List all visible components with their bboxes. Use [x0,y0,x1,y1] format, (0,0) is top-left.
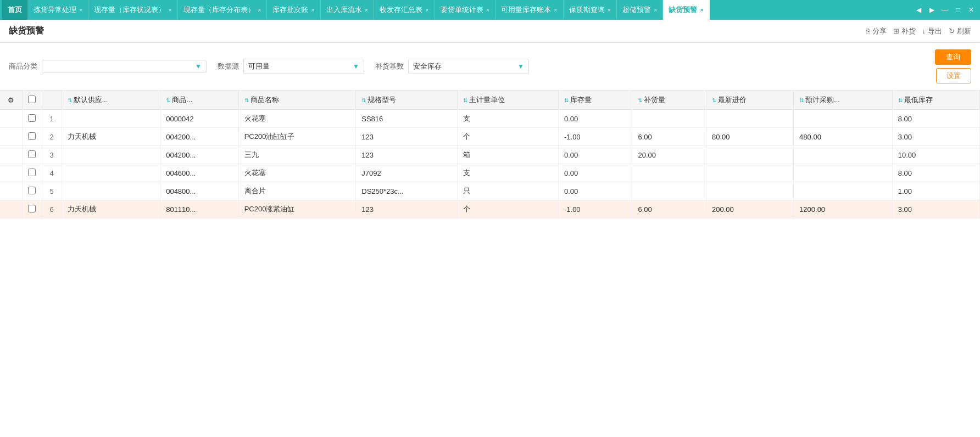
product-code-col-header[interactable]: ⇅商品... [160,91,239,110]
estimated-purchase-col-header[interactable]: ⇅预计采购... [794,91,893,110]
category-arrow-icon: ▼ [195,63,202,70]
tab-abnormal[interactable]: 拣货异常处理× [28,0,88,20]
select-all-checkbox[interactable] [28,96,36,103]
row-checkbox[interactable] [28,150,36,158]
cell-replenish_qty: 6.00 [632,200,706,218]
supplier-col-header[interactable]: ⇅默认供应... [62,91,160,110]
stock-col-header[interactable]: ⇅库存量 [558,91,632,110]
tab-close-inventory-status[interactable]: × [168,7,171,13]
replenish-qty-col-header[interactable]: ⇅补货量 [632,91,706,110]
cell-replenish_qty [632,164,706,182]
row-settings-cell [0,128,22,146]
table-row: 4004600...火花塞J7092支0.008.00 [0,164,980,182]
cell-stock: -1.00 [558,200,632,218]
tab-close-expiry[interactable]: × [608,7,611,13]
rownum-col-header [42,91,62,110]
settings-col-header[interactable]: ⚙ [0,91,22,110]
row-number: 6 [42,200,62,218]
replenish-basis-filter-group: 补货基数 安全库存 ▼ [375,59,529,74]
row-checkbox-cell[interactable] [22,128,42,146]
product-name-col-header[interactable]: ⇅商品名称 [238,91,356,110]
tab-close-overstock[interactable]: × [654,7,657,13]
tab-close-available-ledger[interactable]: × [554,7,557,13]
datasource-value: 可用量 [248,61,270,71]
unit-col-header[interactable]: ⇅主计量单位 [458,91,559,110]
supplier-sort-icon: ⇅ [68,97,72,103]
cell-stock: 0.00 [558,146,632,164]
tab-close-receive-summary[interactable]: × [425,7,428,13]
settings-button[interactable]: 设置 [936,68,971,83]
window-minimize-btn[interactable]: — [938,0,951,20]
tab-close-inout-flow[interactable]: × [365,7,368,13]
replenish-basis-select[interactable]: 安全库存 ▼ [408,59,529,74]
cell-product_name: PC200油缸缸子 [238,128,356,146]
tab-inout-flow[interactable]: 出入库流水× [321,0,374,20]
tab-close-shortage[interactable]: × [700,7,703,13]
row-number: 5 [42,182,62,200]
cell-latest_price [706,164,793,182]
cell-unit: 箱 [458,146,559,164]
replenish-icon: ⊞ [893,27,899,35]
row-checkbox-cell[interactable] [22,182,42,200]
tab-batch[interactable]: 库存批次账× [267,0,320,20]
cell-latest_price: 80.00 [706,128,793,146]
tab-close-batch[interactable]: × [311,7,314,13]
window-close-btn[interactable]: ✕ [965,0,978,20]
tab-overstock[interactable]: 超储预警× [617,0,663,20]
cell-replenish_qty: 20.00 [632,146,706,164]
cell-product_name: 离合片 [238,182,356,200]
tab-receive-summary[interactable]: 收发存汇总表× [374,0,435,20]
tab-nav-prev[interactable]: ◀ [912,0,925,20]
row-checkbox-cell[interactable] [22,164,42,182]
tab-close-inventory-dist[interactable]: × [258,7,261,13]
row-checkbox[interactable] [28,187,36,194]
cell-default_supplier: 力天机械 [62,200,160,218]
stock-sort-icon: ⇅ [564,97,569,103]
tab-expiry[interactable]: 保质期查询× [564,0,617,20]
tab-inventory-dist[interactable]: 现存量（库存分布表）× [178,0,267,20]
replenish-btn[interactable]: ⊞ 补货 [893,26,916,36]
window-maximize-btn[interactable]: □ [951,0,965,20]
cell-estimated_purchase [794,146,893,164]
latest-price-col-header[interactable]: ⇅最新进价 [706,91,793,110]
share-btn[interactable]: ⎘ 分享 [866,26,887,36]
row-checkbox-cell[interactable] [22,200,42,218]
row-settings-cell [0,200,22,218]
tab-nav-next[interactable]: ▶ [925,0,938,20]
category-select[interactable]: ▼ [42,60,207,73]
row-checkbox[interactable] [28,169,36,176]
refresh-btn[interactable]: ↻ 刷新 [949,26,971,36]
min-stock-col-header[interactable]: ⇅最低库存 [892,91,979,110]
query-button[interactable]: 查询 [935,49,971,65]
cell-latest_price: 200.00 [706,200,793,218]
tab-shortage[interactable]: 缺货预警× [663,0,709,20]
tab-inventory-status[interactable]: 现存量（库存状况表）× [88,0,177,20]
checkbox-col-header[interactable] [22,91,42,110]
export-btn[interactable]: ↓ 导出 [922,26,943,36]
tab-demand-stats[interactable]: 要货单统计表× [435,0,495,20]
row-checkbox-cell[interactable] [22,110,42,128]
table-row: 6力天机械801110...PC200涨紧油缸123个-1.006.00200.… [0,200,980,218]
row-checkbox[interactable] [28,205,36,212]
tab-available-ledger[interactable]: 可用量库存账本× [495,0,563,20]
refresh-icon: ↻ [949,27,955,35]
cell-unit: 支 [458,110,559,128]
row-checkbox[interactable] [28,114,36,122]
export-label: 导出 [928,26,942,36]
cell-stock: 0.00 [558,182,632,200]
datasource-filter-group: 数据源 可用量 ▼ [218,59,364,74]
row-checkbox[interactable] [28,132,36,140]
datasource-select[interactable]: 可用量 ▼ [243,59,364,74]
table-row: 5004800...离合片DS250*23c...只0.001.00 [0,182,980,200]
tab-close-abnormal[interactable]: × [79,7,82,13]
tab-home[interactable]: 首页 [2,0,28,20]
cell-product_name: PC200涨紧油缸 [238,200,356,218]
row-checkbox-cell[interactable] [22,146,42,164]
cell-spec: J7092 [356,164,458,182]
replenish-basis-arrow-icon: ▼ [517,63,524,70]
tab-close-demand-stats[interactable]: × [486,7,489,13]
spec-col-header[interactable]: ⇅规格型号 [356,91,458,110]
replenish-basis-label: 补货基数 [375,61,404,71]
cell-spec: 123 [356,128,458,146]
estimated-purchase-sort-icon: ⇅ [799,97,804,103]
